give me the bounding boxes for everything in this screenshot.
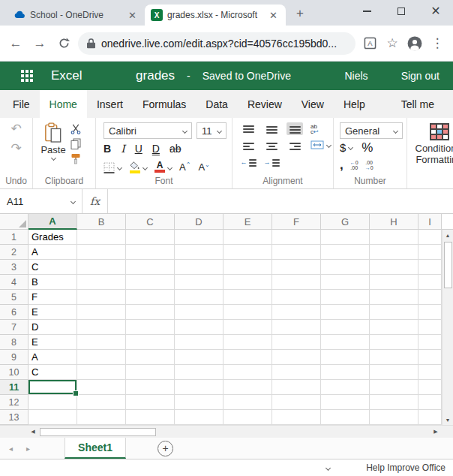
cell-A11[interactable] [28, 380, 77, 395]
row-header-3[interactable]: 3 [0, 260, 28, 275]
cell-B5[interactable] [77, 290, 126, 305]
cell-F7[interactable] [272, 320, 321, 335]
vertical-scrollbar[interactable]: ▲ ▼ [442, 230, 453, 425]
cell-H9[interactable] [370, 350, 418, 365]
row-header-6[interactable]: 6 [0, 305, 28, 320]
cell-B8[interactable] [77, 335, 126, 350]
cell-A2[interactable]: A [28, 245, 77, 260]
new-tab-button[interactable]: + [290, 4, 310, 23]
align-left-button[interactable] [240, 139, 256, 152]
cell-H1[interactable] [370, 230, 418, 245]
cell-I3[interactable] [418, 260, 442, 275]
font-size-combobox[interactable]: 11 [196, 122, 226, 139]
cell-D13[interactable] [175, 410, 224, 425]
cell-E13[interactable] [224, 410, 272, 425]
translate-icon[interactable]: A [360, 34, 380, 53]
forward-icon[interactable]: → [30, 34, 50, 53]
column-header-C[interactable]: C [126, 214, 175, 230]
select-all-corner[interactable] [0, 214, 28, 230]
cell-H8[interactable] [370, 335, 418, 350]
cell-G9[interactable] [321, 350, 370, 365]
cell-I11[interactable] [418, 380, 442, 395]
cell-H11[interactable] [370, 380, 418, 395]
cell-F13[interactable] [272, 410, 321, 425]
minimize-button[interactable] [350, 0, 384, 23]
cell-A13[interactable] [28, 410, 77, 425]
scroll-up-icon[interactable]: ▲ [442, 230, 453, 240]
cell-E12[interactable] [224, 395, 272, 410]
cell-E10[interactable] [224, 365, 272, 380]
cell-B4[interactable] [77, 275, 126, 290]
column-header-I[interactable]: I [418, 214, 442, 230]
sheet-tab-sheet1[interactable]: Sheet1 [64, 438, 126, 459]
cell-F3[interactable] [272, 260, 321, 275]
cell-B9[interactable] [77, 350, 126, 365]
cell-I10[interactable] [418, 365, 442, 380]
cell-H5[interactable] [370, 290, 418, 305]
strikethrough-button[interactable]: ab [170, 143, 182, 154]
cell-H13[interactable] [370, 410, 418, 425]
column-header-G[interactable]: G [321, 214, 370, 230]
align-middle-button[interactable] [263, 122, 280, 135]
cell-G1[interactable] [321, 230, 370, 245]
cell-B2[interactable] [77, 245, 126, 260]
cell-F2[interactable] [272, 245, 321, 260]
column-header-F[interactable]: F [272, 214, 321, 230]
cell-A8[interactable]: E [28, 335, 77, 350]
name-box[interactable]: A11 [0, 189, 82, 213]
cell-A5[interactable]: F [28, 290, 77, 305]
cell-D2[interactable] [175, 245, 224, 260]
font-color-button[interactable]: A [154, 162, 172, 173]
cell-G7[interactable] [321, 320, 370, 335]
cell-I2[interactable] [418, 245, 442, 260]
cell-I5[interactable] [418, 290, 442, 305]
font-name-combobox[interactable]: Calibri [104, 122, 192, 139]
cell-F11[interactable] [272, 380, 321, 395]
cell-B7[interactable] [77, 320, 126, 335]
cell-D1[interactable] [175, 230, 224, 245]
cell-C9[interactable] [126, 350, 175, 365]
cell-D4[interactable] [175, 275, 224, 290]
cell-E2[interactable] [224, 245, 272, 260]
cell-D11[interactable] [175, 380, 224, 395]
cell-F8[interactable] [272, 335, 321, 350]
cell-I8[interactable] [418, 335, 442, 350]
number-format-combobox[interactable]: General [340, 122, 403, 139]
add-sheet-button[interactable]: + [158, 441, 173, 456]
cell-F5[interactable] [272, 290, 321, 305]
cell-I1[interactable] [418, 230, 442, 245]
cell-A9[interactable]: A [28, 350, 77, 365]
menu-tab-tell-me[interactable]: Tell me [392, 90, 444, 118]
scroll-left-icon[interactable]: ◀ [28, 426, 38, 438]
cell-G11[interactable] [321, 380, 370, 395]
cell-I4[interactable] [418, 275, 442, 290]
address-bar[interactable]: onedrive.live.com/edit.aspx?cid=40576cc1… [78, 32, 356, 55]
cell-D12[interactable] [175, 395, 224, 410]
next-sheet-icon[interactable]: ▸ [26, 444, 30, 453]
align-center-button[interactable] [263, 139, 280, 152]
maximize-button[interactable] [384, 0, 418, 23]
profile-avatar[interactable] [405, 34, 424, 53]
close-button[interactable]: ✕ [418, 0, 453, 23]
cell-E6[interactable] [224, 305, 272, 320]
borders-button[interactable] [104, 162, 122, 173]
bookmark-star-icon[interactable]: ☆ [382, 34, 402, 53]
cell-G12[interactable] [321, 395, 370, 410]
horizontal-scroll-thumb[interactable] [40, 428, 156, 436]
cell-F12[interactable] [272, 395, 321, 410]
tab-grades-xlsx[interactable]: X grades.xlsx - Microsoft ✕ [145, 5, 286, 26]
row-header-5[interactable]: 5 [0, 290, 28, 305]
column-header-H[interactable]: H [370, 214, 418, 230]
vertical-scroll-thumb[interactable] [444, 242, 452, 288]
cell-C8[interactable] [126, 335, 175, 350]
cell-C3[interactable] [126, 260, 175, 275]
column-header-A[interactable]: A [28, 214, 77, 230]
cell-A7[interactable]: D [28, 320, 77, 335]
cell-I6[interactable] [418, 305, 442, 320]
column-header-D[interactable]: D [175, 214, 224, 230]
menu-tab-view[interactable]: View [292, 90, 334, 118]
decrease-indent-button[interactable]: ← [240, 155, 256, 168]
underline-button[interactable]: U [135, 143, 142, 154]
undo-icon[interactable]: ↶ [10, 122, 21, 135]
cell-A10[interactable]: C [28, 365, 77, 380]
